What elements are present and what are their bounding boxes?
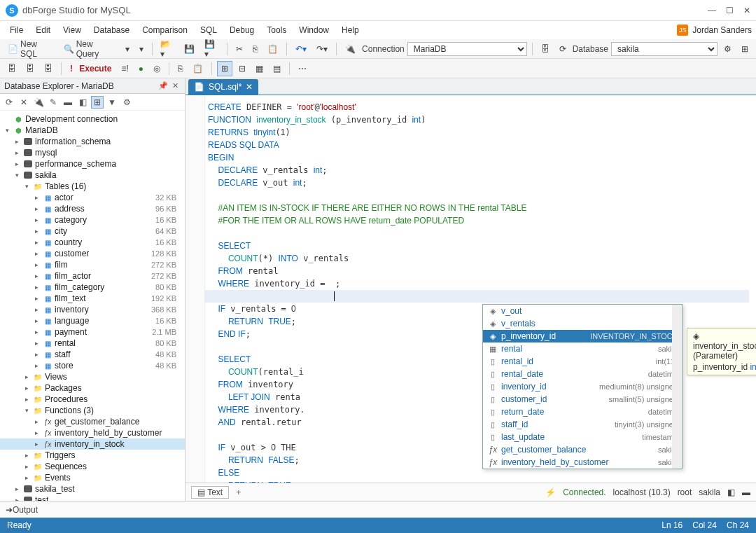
new-conn-icon[interactable]: 🔌 <box>32 96 45 109</box>
database-select[interactable]: sakila <box>611 42 718 56</box>
autocomplete-popup[interactable]: ◈v_out◈v_rentals◈p_inventory_idINVENTORY… <box>482 304 682 469</box>
tree-node[interactable]: ▸▦actor32 KB <box>0 192 185 203</box>
paste-button[interactable]: 📋 <box>264 42 281 56</box>
tree-node[interactable]: ▸performance_schema <box>0 158 185 169</box>
twisty-icon[interactable]: ▾ <box>3 127 11 134</box>
tree-node[interactable]: ▸📁Triggers <box>0 450 185 461</box>
twisty-icon[interactable]: ▸ <box>32 205 41 212</box>
twisty-icon[interactable]: ▸ <box>32 317 41 324</box>
twisty-icon[interactable]: ▸ <box>32 418 41 425</box>
tree-node[interactable]: ▸▦film_category80 KB <box>0 282 185 293</box>
tree-node[interactable]: ▸sakila_test <box>0 483 185 494</box>
tree-node[interactable]: ▸▦rental80 KB <box>0 338 185 349</box>
twisty-icon[interactable]: ▸ <box>22 396 31 403</box>
text-view-tab[interactable]: ▤ Text <box>191 486 229 499</box>
tree-node[interactable]: ▸information_schema <box>0 136 185 147</box>
twisty-icon[interactable]: ▸ <box>32 284 41 291</box>
twisty-icon[interactable]: ▸ <box>32 441 41 448</box>
connection-select[interactable]: MariaDB <box>407 42 527 56</box>
tree-node[interactable]: ▸▦film272 KB <box>0 259 185 270</box>
twisty-icon[interactable]: ▸ <box>22 474 31 481</box>
twisty-icon[interactable]: ▸ <box>32 216 41 223</box>
tree-node[interactable]: ▸▦film_text192 KB <box>0 293 185 304</box>
edit-icon[interactable]: ✎ <box>47 96 59 109</box>
tool-d[interactable]: 📋 <box>189 62 206 76</box>
menu-edit[interactable]: Edit <box>30 23 56 37</box>
add-view-button[interactable]: + <box>236 487 241 497</box>
twisty-icon[interactable]: ▸ <box>22 452 31 459</box>
tree-node[interactable]: ▸ƒxinventory_held_by_customer <box>0 427 185 438</box>
exec-opt-icon[interactable]: ≡! <box>118 62 132 76</box>
cut-button[interactable]: ✂ <box>232 42 246 56</box>
tree-node[interactable]: ▸▦staff48 KB <box>0 349 185 360</box>
twisty-icon[interactable]: ▸ <box>32 250 41 257</box>
autocomplete-item[interactable]: ƒxget_customer_balancesakila <box>483 443 682 456</box>
twisty-icon[interactable]: ▸ <box>32 340 41 347</box>
copy-button[interactable]: ⎘ <box>249 42 261 56</box>
twisty-icon[interactable]: ▸ <box>32 239 41 246</box>
target-icon[interactable]: ◎ <box>150 62 164 76</box>
execute-button[interactable]: ! Execute <box>66 62 115 76</box>
tool-e-icon[interactable]: ▬ <box>62 96 74 109</box>
twisty-icon[interactable]: ▸ <box>32 272 41 279</box>
tree-node[interactable]: ▸ƒxget_customer_balance <box>0 416 185 427</box>
autocomplete-item[interactable]: ◈p_inventory_idINVENTORY_IN_STOCK <box>483 330 682 342</box>
autocomplete-item[interactable]: ▯return_datedatetime <box>483 406 682 418</box>
tree-node[interactable]: ▸📁Sequences <box>0 461 185 472</box>
twisty-icon[interactable]: ▸ <box>13 485 21 492</box>
autocomplete-item[interactable]: ▯customer_idsmallint(5) unsigned <box>483 393 682 406</box>
redo-button[interactable]: ↷▾ <box>313 42 331 56</box>
autocomplete-item[interactable]: ▯rental_idint(11) <box>483 355 682 368</box>
tree-node[interactable]: ▸▦payment2.1 MB <box>0 326 185 338</box>
tree-node[interactable]: ▸📁Events <box>0 472 185 483</box>
tree-node[interactable]: ▾sakila <box>0 169 185 181</box>
menu-database[interactable]: Database <box>88 23 135 37</box>
tool-c[interactable]: ⎘ <box>174 62 186 76</box>
tree-node[interactable]: ▸📁Packages <box>0 382 185 394</box>
twisty-icon[interactable]: ▸ <box>32 362 41 369</box>
close-panel-icon[interactable]: ✕ <box>170 81 181 90</box>
size-toggle-icon[interactable]: ⊞ <box>91 96 104 109</box>
tree-node[interactable]: ▸📁Procedures <box>0 394 185 405</box>
minimize-button[interactable]: — <box>708 6 716 15</box>
save-button[interactable]: 💾 <box>181 42 198 56</box>
tool-btn-b[interactable]: ⊞ <box>738 42 752 56</box>
tab-close-icon[interactable]: ✕ <box>246 82 253 92</box>
dropdown-2[interactable]: ▾ <box>136 42 147 56</box>
autocomplete-item[interactable]: ▯inventory_idmediumint(8) unsigned <box>483 380 682 393</box>
layout1-icon[interactable]: ◧ <box>727 487 735 497</box>
twisty-icon[interactable]: ▸ <box>32 228 41 235</box>
tree-node[interactable]: ▸▦inventory368 KB <box>0 304 185 315</box>
tree-node[interactable]: ▸📁Views <box>0 371 185 382</box>
twisty-icon[interactable]: ▸ <box>22 385 31 392</box>
twisty-icon[interactable]: ▸ <box>13 160 21 167</box>
new-sql-button[interactable]: 📄New SQL <box>4 37 57 61</box>
menu-help[interactable]: Help <box>336 23 365 37</box>
twisty-icon[interactable]: ▸ <box>32 351 41 358</box>
close-button[interactable]: ✕ <box>743 6 750 15</box>
tool-f-icon[interactable]: ◧ <box>76 96 89 109</box>
twisty-icon[interactable]: ▸ <box>32 429 41 436</box>
connect-icon[interactable]: 🔌 <box>342 42 359 56</box>
grid1-icon[interactable]: ⊞ <box>217 61 232 76</box>
output-panel-header[interactable]: ➜ Output <box>0 501 756 518</box>
grid3-icon[interactable]: ▦ <box>252 62 267 76</box>
db1-icon[interactable]: 🗄 <box>4 62 20 76</box>
tree-node[interactable]: ▸▦store48 KB <box>0 360 185 371</box>
refresh-icon[interactable]: ⟳ <box>3 96 15 109</box>
maximize-button[interactable]: ☐ <box>726 6 734 15</box>
layout2-icon[interactable]: ▬ <box>742 487 750 497</box>
db2-icon[interactable]: 🗄 <box>22 62 38 76</box>
twisty-icon[interactable]: ▸ <box>32 328 41 335</box>
twisty-icon[interactable]: ▸ <box>32 261 41 268</box>
tree-node[interactable]: ▸▦country16 KB <box>0 237 185 248</box>
autocomplete-item[interactable]: ▦rentalsakila <box>483 342 682 355</box>
stop-icon[interactable]: ● <box>135 62 147 76</box>
new-query-button[interactable]: 🔍New Query <box>60 37 119 61</box>
twisty-icon[interactable]: ▸ <box>13 138 21 145</box>
tree-node[interactable]: ▸▦address96 KB <box>0 203 185 214</box>
undo-button[interactable]: ↶▾ <box>292 42 310 56</box>
autocomplete-scrollbar[interactable] <box>672 305 682 469</box>
tree-node[interactable]: ▾📁Tables (16) <box>0 181 185 192</box>
autocomplete-item[interactable]: ◈v_out <box>483 305 682 317</box>
